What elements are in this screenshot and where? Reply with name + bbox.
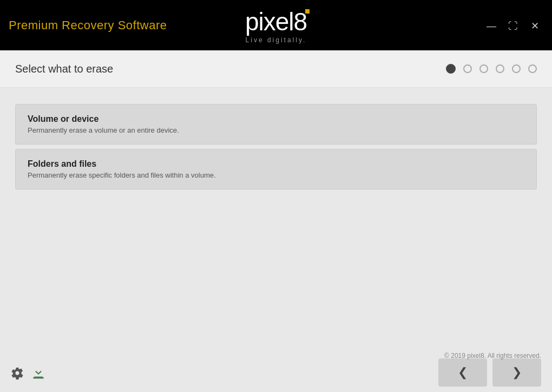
logo-dot — [305, 9, 310, 14]
step-dot-3 — [479, 64, 488, 73]
volume-device-option[interactable]: Volume or device Permanently erase a vol… — [15, 104, 537, 145]
footer-left — [11, 366, 45, 380]
window-controls: — ⛶ ✕ — [483, 17, 543, 35]
volume-device-desc: Permanently erase a volume or an entire … — [28, 126, 524, 134]
step-dot-4 — [496, 64, 504, 73]
app-title: Premium Recovery Software — [9, 18, 167, 32]
maximize-button[interactable]: ⛶ — [504, 17, 522, 35]
logo-tagline: Live digitally. — [246, 36, 307, 44]
copyright: © 2019 pixel8. All rights reserved. — [444, 352, 541, 360]
step-dot-2 — [463, 64, 472, 73]
main-content: Volume or device Permanently erase a vol… — [0, 88, 552, 354]
gear-icon — [11, 367, 24, 380]
logo-text: pixel8 — [245, 8, 307, 36]
close-button[interactable]: ✕ — [526, 17, 543, 35]
svg-rect-0 — [33, 377, 44, 379]
download-button[interactable] — [31, 366, 45, 380]
step-dot-1 — [446, 64, 456, 74]
prev-button[interactable]: ❮ — [438, 358, 487, 387]
step-indicators — [446, 64, 537, 74]
title-bar: Premium Recovery Software pixel8 Live di… — [0, 0, 552, 50]
step-dot-5 — [512, 64, 521, 73]
step-title: Select what to erase — [15, 63, 113, 75]
step-dot-6 — [528, 64, 537, 73]
settings-button[interactable] — [11, 367, 24, 380]
volume-device-title: Volume or device — [28, 114, 524, 124]
step-header: Select what to erase — [0, 50, 552, 88]
download-icon — [31, 366, 45, 380]
logo-container: pixel8 Live digitally. — [245, 7, 307, 44]
folders-files-desc: Permanently erase specific folders and f… — [28, 171, 524, 179]
footer-nav: ❮ ❯ — [438, 358, 541, 387]
next-button[interactable]: ❯ — [492, 358, 541, 387]
folders-files-option[interactable]: Folders and files Permanently erase spec… — [15, 149, 537, 190]
folders-files-title: Folders and files — [28, 159, 524, 169]
minimize-button[interactable]: — — [483, 17, 500, 35]
footer: ❮ ❯ © 2019 pixel8. All rights reserved. — [0, 354, 552, 392]
